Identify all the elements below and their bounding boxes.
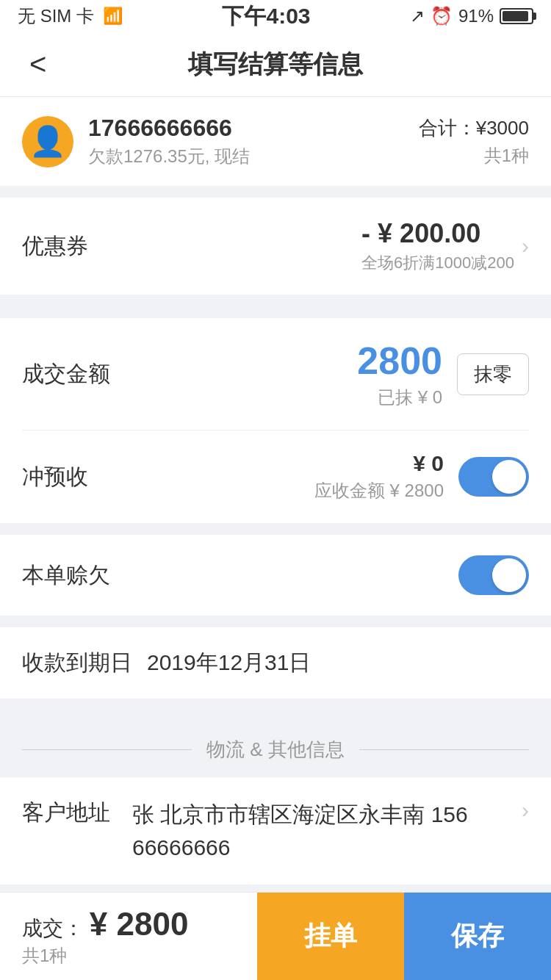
deal-amount-value-wrap: 2800 已抹 ¥ 0 — [357, 339, 442, 409]
divider-line-right — [359, 749, 529, 750]
prepay-value-wrap: ¥ 0 应收金额 ¥ 2800 — [314, 451, 444, 502]
debit-label: 本单赊欠 — [22, 561, 110, 591]
coupon-row[interactable]: 优惠券 - ¥ 200.00 全场6折满1000减200 › — [0, 198, 551, 295]
payment-date-section: 收款到期日 2019年12月31日 — [0, 627, 551, 699]
coupon-label: 优惠券 — [22, 231, 88, 262]
coupon-desc: 全场6折满1000减200 — [361, 252, 514, 274]
bottom-deal-row: 成交： ¥ 2800 — [22, 906, 235, 943]
total-count: 共1种 — [419, 144, 529, 167]
battery-fill — [503, 11, 528, 21]
battery-icon — [500, 8, 533, 24]
bottom-deal-amount: ¥ 2800 — [90, 906, 189, 942]
payment-date-value: 2019年12月31日 — [147, 648, 311, 678]
logistics-divider-text: 物流 & 其他信息 — [206, 737, 345, 763]
prepay-row: 冲预收 ¥ 0 应收金额 ¥ 2800 — [22, 430, 529, 523]
carrier-text: 无 SIM 卡 — [18, 4, 94, 28]
prepay-amount: ¥ 0 — [413, 451, 444, 476]
deal-amount-label: 成交金额 — [22, 359, 110, 389]
debit-toggle[interactable] — [458, 555, 529, 595]
status-left: 无 SIM 卡 📶 — [18, 4, 123, 28]
deal-amount-value: 2800 — [357, 339, 442, 383]
coupon-amount: - ¥ 200.00 — [361, 218, 514, 249]
pending-button[interactable]: 挂单 — [257, 893, 404, 981]
save-button[interactable]: 保存 — [404, 893, 551, 981]
customer-phone: 17666666666 — [88, 115, 250, 142]
chevron-right-icon: › — [522, 234, 529, 259]
logistics-divider: 物流 & 其他信息 — [0, 722, 551, 777]
prepay-right: ¥ 0 应收金额 ¥ 2800 — [314, 451, 529, 502]
total-amount: 合计：¥3000 — [419, 115, 529, 141]
location-icon: ↗ — [410, 6, 425, 26]
coupon-right: - ¥ 200.00 全场6折满1000减200 › — [361, 218, 529, 274]
bottom-count: 共1种 — [22, 944, 235, 968]
back-button[interactable]: < — [22, 40, 54, 88]
battery-percent: 91% — [458, 6, 494, 26]
address-section[interactable]: 客户地址 张 北京市市辖区海淀区永丰南 156 66666666 › — [0, 777, 551, 884]
payment-date-label: 收款到期日 — [22, 648, 132, 678]
prepay-label: 冲预收 — [22, 462, 88, 492]
alarm-icon: ⏰ — [431, 6, 453, 26]
status-bar: 无 SIM 卡 📶 下午4:03 ↗ ⏰ 91% — [0, 0, 551, 32]
wifi-icon: 📶 — [103, 7, 123, 26]
content-area: 👤 17666666666 欠款1276.35元, 现结 合计：¥3000 共1… — [0, 97, 551, 980]
amount-section: 成交金额 2800 已抹 ¥ 0 抹零 冲预收 ¥ 0 应收金额 ¥ 2800 — [0, 318, 551, 523]
customer-row: 👤 17666666666 欠款1276.35元, 现结 合计：¥3000 共1… — [0, 97, 551, 186]
round-button[interactable]: 抹零 — [457, 353, 529, 395]
page-title: 填写结算等信息 — [188, 48, 363, 82]
coupon-info: - ¥ 200.00 全场6折满1000减200 — [361, 218, 514, 274]
address-value: 张 北京市市辖区海淀区永丰南 156 66666666 — [132, 798, 514, 864]
deal-amount-right: 2800 已抹 ¥ 0 抹零 — [357, 339, 529, 409]
deal-amount-sub: 已抹 ¥ 0 — [357, 386, 442, 409]
debit-toggle-thumb — [492, 558, 526, 592]
toggle-thumb — [492, 460, 526, 494]
separator-3 — [0, 710, 551, 722]
address-chevron-icon: › — [522, 798, 529, 823]
divider-line-left — [22, 749, 192, 750]
bottom-deal-label: 成交： — [22, 917, 84, 940]
separator-2 — [0, 523, 551, 535]
address-label: 客户地址 — [22, 798, 110, 828]
bottom-info: 成交： ¥ 2800 共1种 — [0, 906, 257, 968]
prepay-toggle[interactable] — [458, 457, 529, 497]
time-display: 下午4:03 — [222, 1, 310, 32]
customer-info: 17666666666 欠款1276.35元, 现结 — [88, 115, 250, 168]
avatar-icon: 👤 — [29, 124, 66, 159]
customer-right: 合计：¥3000 共1种 — [419, 115, 529, 167]
prepay-sub: 应收金额 ¥ 2800 — [314, 479, 444, 502]
deal-amount-row: 成交金额 2800 已抹 ¥ 0 抹零 — [22, 318, 529, 430]
customer-left: 👤 17666666666 欠款1276.35元, 现结 — [22, 115, 250, 168]
nav-bar: < 填写结算等信息 — [0, 32, 551, 97]
avatar: 👤 — [22, 116, 73, 167]
status-right: ↗ ⏰ 91% — [410, 6, 533, 26]
customer-subtitle: 欠款1276.35元, 现结 — [88, 145, 250, 168]
debit-section: 本单赊欠 — [0, 535, 551, 616]
bottom-bar: 成交： ¥ 2800 共1种 挂单 保存 — [0, 892, 551, 980]
separator-1 — [0, 306, 551, 318]
